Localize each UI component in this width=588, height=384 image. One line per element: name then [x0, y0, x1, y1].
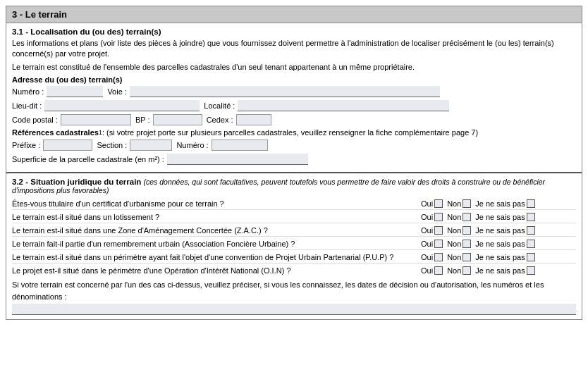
- adresse-label: Adresse du (ou des) terrain(s): [12, 75, 576, 84]
- section-cad-input[interactable]: [130, 140, 172, 151]
- checkbox-non-3[interactable]: [463, 226, 471, 235]
- subsection2-title: 3.2 - Situation juridique du terrain: [12, 178, 141, 186]
- checkbox-saispas-6[interactable]: [527, 266, 535, 275]
- final-label: Si votre terrain est concerné par l'un d…: [12, 280, 544, 301]
- checkbox-oui-3[interactable]: [434, 226, 443, 235]
- answer-saispas-4: Je ne sais pas: [475, 240, 534, 248]
- bp-input[interactable]: [153, 114, 202, 125]
- answer-oui-1: Oui: [421, 199, 443, 208]
- answer-group-5: Oui Non Je ne sais pas: [421, 253, 576, 261]
- lieudit-input[interactable]: [44, 100, 200, 111]
- answer-oui-5: Oui: [421, 253, 443, 261]
- checkbox-non-4[interactable]: [463, 240, 471, 248]
- question-text-3: Le terrain est-il situé dans une Zone d'…: [12, 226, 421, 235]
- answer-oui-3: Oui: [421, 226, 443, 235]
- answer-saispas-2: Je ne sais pas: [475, 213, 534, 221]
- refs-desc: : (si votre projet porte sur plusieurs p…: [102, 128, 478, 137]
- localite-input[interactable]: [238, 100, 449, 111]
- voie-input[interactable]: [130, 86, 440, 97]
- answer-saispas-1: Je ne sais pas: [475, 199, 534, 208]
- localite-label: Localité :: [204, 101, 235, 110]
- checkbox-oui-2[interactable]: [434, 213, 443, 221]
- prefixe-label: Préfixe :: [12, 141, 40, 149]
- subsection1-title: 3.1 - Localisation du (ou des) terrain(s…: [12, 27, 576, 36]
- question-text-2: Le terrain est-il situé dans un lotissem…: [12, 213, 421, 221]
- answer-non-2: Non: [447, 213, 471, 221]
- answer-non-4: Non: [447, 240, 471, 248]
- question-text-4: Le terrain fait-il partie d'un remembrem…: [12, 240, 421, 248]
- answer-group-2: Oui Non Je ne sais pas: [421, 213, 576, 221]
- question-row-5: Le terrain est-il situé dans un périmètr…: [12, 252, 576, 264]
- numero-label: Numéro :: [12, 87, 44, 96]
- superficie-input[interactable]: [167, 154, 308, 165]
- checkbox-oui-6[interactable]: [434, 266, 443, 275]
- question-text-6: Le projet est-il situé dans le périmètre…: [12, 266, 421, 275]
- final-row: Si votre terrain est concerné par l'un d…: [12, 279, 576, 315]
- answer-oui-6: Oui: [421, 266, 443, 275]
- question-text-5: Le terrain est-il situé dans un périmètr…: [12, 253, 421, 261]
- checkbox-oui-5[interactable]: [434, 253, 443, 261]
- superficie-label: Superficie de la parcelle cadastrale (en…: [12, 155, 164, 163]
- section-title: 3 - Le terrain: [6, 6, 582, 23]
- checkbox-non-2[interactable]: [463, 213, 471, 221]
- answer-saispas-5: Je ne sais pas: [475, 253, 534, 261]
- prefixe-input[interactable]: [43, 140, 92, 151]
- question-row-3: Le terrain est-il situé dans une Zone d'…: [12, 225, 576, 237]
- answer-group-4: Oui Non Je ne sais pas: [421, 240, 576, 248]
- bp-label: BP :: [135, 116, 150, 124]
- checkbox-saispas-4[interactable]: [527, 240, 535, 248]
- numero-cad-label: Numéro :: [176, 141, 208, 149]
- answer-group-1: Oui Non Je ne sais pas: [421, 199, 576, 208]
- voie-label: Voie :: [107, 87, 127, 96]
- checkbox-saispas-3[interactable]: [527, 226, 535, 235]
- codepostal-input[interactable]: [61, 114, 131, 125]
- refs-label: Références cadastrales: [12, 128, 99, 137]
- cedex-label: Cedex :: [207, 116, 233, 124]
- answer-non-6: Non: [447, 266, 471, 275]
- question-row-2: Le terrain est-il situé dans un lotissem…: [12, 211, 576, 223]
- numero-cad-input[interactable]: [212, 140, 268, 151]
- codepostal-label: Code postal :: [12, 116, 58, 124]
- desc2: Le terrain est constitué de l'ensemble d…: [12, 62, 576, 73]
- checkbox-non-6[interactable]: [463, 266, 471, 275]
- desc1: Les informations et plans (voir liste de…: [12, 38, 576, 60]
- answer-non-5: Non: [447, 253, 471, 261]
- checkbox-non-5[interactable]: [463, 253, 471, 261]
- answer-oui-4: Oui: [421, 240, 443, 248]
- checkbox-saispas-5[interactable]: [527, 253, 535, 261]
- answer-group-6: Oui Non Je ne sais pas: [421, 266, 576, 275]
- answer-saispas-3: Je ne sais pas: [475, 226, 534, 235]
- question-row-4: Le terrain fait-il partie d'un remembrem…: [12, 238, 576, 250]
- answer-group-3: Oui Non Je ne sais pas: [421, 226, 576, 235]
- checkbox-oui-4[interactable]: [434, 240, 443, 248]
- question-row-6: Le projet est-il situé dans le périmètre…: [12, 265, 576, 276]
- section-cad-label: Section :: [97, 141, 127, 149]
- lieudit-label: Lieu-dit :: [12, 101, 42, 110]
- checkbox-saispas-2[interactable]: [527, 213, 535, 221]
- answer-saispas-6: Je ne sais pas: [475, 266, 534, 275]
- checkbox-oui-1[interactable]: [434, 199, 443, 208]
- answer-non-3: Non: [447, 226, 471, 235]
- cedex-input[interactable]: [236, 114, 271, 125]
- numero-input[interactable]: [47, 86, 103, 97]
- answer-oui-2: Oui: [421, 213, 443, 221]
- question-text-1: Êtes-vous titulaire d'un certificat d'ur…: [12, 199, 421, 208]
- checkbox-non-1[interactable]: [463, 199, 471, 208]
- final-input[interactable]: [12, 304, 576, 315]
- question-row-1: Êtes-vous titulaire d'un certificat d'ur…: [12, 198, 576, 210]
- answer-non-1: Non: [447, 199, 471, 208]
- checkbox-saispas-1[interactable]: [527, 199, 535, 208]
